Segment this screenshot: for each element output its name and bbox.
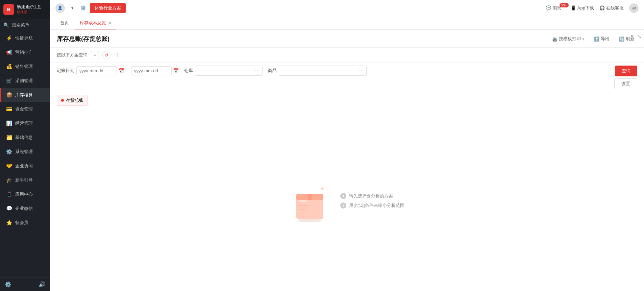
- sidebar-item-shortcut[interactable]: ⚡ 快捷导航: [0, 31, 50, 45]
- message-icon: 💬: [546, 5, 551, 10]
- tab-inventory-label: 库存成本总账: [80, 20, 106, 26]
- page-header: 库存总账(存货总账) 🖨️ 按模板打印 ▾ ⬆️ 导出 🔄 刷新: [50, 30, 644, 48]
- topbar-nav: 👤 ▾ ⚙️ 体验行业方案: [55, 3, 543, 13]
- refresh-icon: 🔄: [619, 37, 624, 42]
- sales-icon: 💰: [6, 63, 13, 70]
- app-download-action[interactable]: 📱 App下载: [571, 5, 594, 11]
- trial-button[interactable]: 体验行业方案: [90, 3, 126, 13]
- shortcut-icon: ⚡: [6, 35, 13, 42]
- print-btn[interactable]: 🖨️ 按模板打印 ▾: [549, 34, 587, 43]
- sidebar-item-label: 企业微信: [15, 205, 33, 212]
- sidebar-item-purchase[interactable]: 🛒 采购管理: [0, 74, 50, 88]
- app-name: 畅捷通好生意: [17, 4, 41, 10]
- tab-home[interactable]: 首页: [55, 17, 74, 29]
- sidebar-item-basic[interactable]: 🗂️ 基础信息: [0, 130, 50, 145]
- empty-hint-2: 2 用[过滤]条件来缩小分析范围: [340, 202, 404, 209]
- filter-reset-button[interactable]: ↺: [102, 51, 110, 59]
- content-area: 库存总账(存货总账) 🖨️ 按模板打印 ▾ ⬆️ 导出 🔄 刷新: [50, 30, 644, 291]
- tabs-bar: 首页 库存成本总账 ✕: [50, 16, 644, 30]
- date-field: 记账日期 📅 — 📅: [57, 66, 179, 75]
- tab-inventory-ledger[interactable]: 库存成本总账 ✕: [75, 17, 116, 29]
- sidebar-bottom: ⚙️ 🔊: [0, 277, 50, 291]
- sidebar-item-label: 新手引导: [15, 177, 33, 183]
- svg-text:✦: ✦: [320, 186, 324, 192]
- topbar-settings-icon[interactable]: ⚙️: [78, 3, 88, 13]
- settings-button[interactable]: 设置: [614, 78, 637, 89]
- calendar-start-icon[interactable]: 📅: [118, 68, 124, 73]
- app-version: 标准版: [17, 10, 41, 15]
- main-area: 👤 ▾ ⚙️ 体验行业方案 💬 消息 99+ 📱 App下载 🎧 在线客服 Ri…: [50, 0, 644, 291]
- empty-svg: ✦ ●: [290, 180, 330, 224]
- page-panel: 库存总账(存货总账) 🖨️ 按模板打印 ▾ ⬆️ 导出 🔄 刷新: [50, 30, 644, 291]
- marketing-icon: 📢: [6, 49, 13, 56]
- schema-item-inventory[interactable]: 存货总账: [57, 95, 88, 106]
- filter-action-buttons: 查询 设置: [614, 66, 637, 89]
- topbar-right: 💬 消息 99+ 📱 App下载 🎧 在线客服 Rit: [546, 3, 639, 13]
- search-menu[interactable]: 🔍 搜索菜单: [0, 19, 50, 31]
- filter-add-button[interactable]: +: [91, 51, 99, 59]
- print-dropdown-icon[interactable]: ▾: [582, 37, 585, 42]
- filter-controls: 记账日期 📅 — 📅 仓库: [50, 63, 644, 92]
- panel-expand-icon[interactable]: ⤡: [637, 33, 641, 40]
- add-icon: +: [94, 52, 96, 58]
- sidebar-item-appstore[interactable]: 📱 应用中心: [0, 187, 50, 201]
- sidebar-item-coop[interactable]: 🤝 企业协同: [0, 159, 50, 173]
- date-start-input[interactable]: [76, 66, 117, 75]
- settings-bottom-icon[interactable]: ⚙️: [5, 281, 11, 288]
- filter-label: 按以下方案查询: [57, 52, 88, 58]
- online-service-label: 在线客服: [606, 5, 624, 11]
- breadcrumb: 👤: [55, 3, 66, 13]
- sidebar-item-operation[interactable]: 📊 经营管理: [0, 116, 50, 130]
- date-separator: —: [125, 68, 130, 73]
- sidebar-item-guide[interactable]: 🎓 新手引导: [0, 173, 50, 187]
- panel-close-icon[interactable]: ✕: [630, 33, 634, 40]
- sidebar-item-label: 企业协同: [15, 163, 33, 169]
- sidebar-item-system[interactable]: ⚙️ 系统管理: [0, 145, 50, 159]
- sidebar-item-label: 快捷导航: [15, 35, 33, 41]
- wechat-icon: 💬: [6, 205, 13, 212]
- query-button[interactable]: 查询: [615, 66, 637, 76]
- breadcrumb-avatar: 👤: [55, 3, 65, 13]
- export-label: 导出: [601, 36, 610, 42]
- sidebar-item-wechat[interactable]: 💬 企业微信: [0, 201, 50, 216]
- messages-action[interactable]: 💬 消息 99+: [546, 5, 565, 11]
- finance-icon: 💳: [6, 106, 13, 113]
- sidebar-item-inventory[interactable]: 📦 库存核算: [0, 88, 50, 102]
- date-end-input[interactable]: [131, 66, 172, 75]
- online-service-action[interactable]: 🎧 在线客服: [599, 5, 624, 11]
- warehouse-more-icon[interactable]: ···: [255, 68, 259, 74]
- svg-rect-3: [308, 194, 312, 200]
- tab-close-icon[interactable]: ✕: [108, 21, 112, 25]
- sidebar-item-member[interactable]: ⭐ 畅会员: [0, 216, 50, 230]
- operation-icon: 📊: [6, 120, 13, 127]
- purchase-icon: 🛒: [6, 77, 13, 84]
- hint-text-2: 用[过滤]条件来缩小分析范围: [349, 202, 404, 209]
- sidebar-item-label: 营销推广: [15, 49, 33, 55]
- filter-collapse-button[interactable]: 《: [114, 52, 119, 58]
- product-field: 商品 ···: [268, 66, 367, 76]
- sidebar-item-label: 系统管理: [15, 149, 33, 155]
- warehouse-select[interactable]: ···: [195, 66, 263, 76]
- calendar-end-icon[interactable]: 📅: [173, 68, 179, 73]
- app-download-icon: 📱: [571, 5, 576, 10]
- user-avatar[interactable]: Rit: [629, 3, 639, 13]
- sidebar-item-label: 畅会员: [15, 220, 28, 226]
- reset-icon: ↺: [104, 52, 108, 58]
- coop-icon: 🤝: [6, 163, 13, 169]
- schema-item-label: 存货总账: [66, 97, 83, 103]
- empty-hint-1: 1 请先选择要分析的方案: [340, 193, 404, 199]
- product-select[interactable]: ···: [279, 66, 367, 76]
- sound-icon[interactable]: 🔊: [39, 281, 45, 288]
- sidebar-item-sales[interactable]: 💰 销售管理: [0, 59, 50, 74]
- sidebar-item-marketing[interactable]: 📢 营销推广: [0, 45, 50, 59]
- product-more-icon[interactable]: ···: [359, 68, 364, 74]
- topbar: 👤 ▾ ⚙️ 体验行业方案 💬 消息 99+ 📱 App下载 🎧 在线客服 Ri…: [50, 0, 644, 16]
- sidebar-logo: B 畅捷通好生意 标准版: [0, 0, 50, 19]
- sidebar-item-finance[interactable]: 💳 资金管理: [0, 102, 50, 116]
- tab-home-label: 首页: [60, 20, 69, 26]
- panel-controls: ✕ ⤡: [630, 33, 641, 40]
- sidebar: B 畅捷通好生意 标准版 🔍 搜索菜单 ⚡ 快捷导航 📢 营销推广 💰 销售管理…: [0, 0, 50, 291]
- basic-icon: 🗂️: [6, 134, 13, 141]
- topbar-dropdown-icon[interactable]: ▾: [68, 4, 76, 12]
- export-btn[interactable]: ⬆️ 导出: [591, 34, 612, 43]
